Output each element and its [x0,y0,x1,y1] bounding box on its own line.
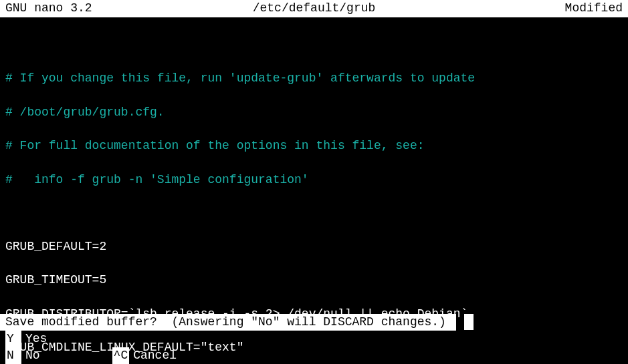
modified-status: Modified [565,0,623,17]
key-label: Y [5,331,21,347]
save-prompt: Save modified buffer? (Answering "No" wi… [0,314,628,331]
title-bar: GNU nano 3.2 /etc/default/grub Modified [0,0,628,17]
key-desc: No [21,347,54,364]
config-line: GRUB_DEFAULT=2 [5,238,623,255]
comment-line: # If you change this file, run 'update-g… [5,70,623,87]
app-name: GNU nano 3.2 [5,0,92,17]
cursor [464,314,474,330]
key-desc: Cancel [129,347,190,364]
help-no[interactable]: N No [5,347,54,364]
prompt-text: Save modified buffer? (Answering "No" wi… [0,314,456,331]
help-cancel[interactable]: ^C Cancel [112,347,190,364]
key-desc: Yes [21,331,60,347]
config-line: GRUB_TIMEOUT=5 [5,272,623,289]
key-label: ^C [112,347,130,364]
help-yes[interactable]: Y Yes [5,331,60,347]
editor-content[interactable]: # If you change this file, run 'update-g… [0,17,628,364]
comment-line: # info -f grub -n 'Simple configuration' [5,172,623,188]
key-label: N [5,347,21,364]
file-path: /etc/default/grub [253,0,376,17]
comment-line: # For full documentation of the options … [5,138,623,154]
comment-line: # /boot/grub/grub.cfg. [5,104,623,121]
help-bar: Y Yes N No ^C Cancel [0,331,628,364]
